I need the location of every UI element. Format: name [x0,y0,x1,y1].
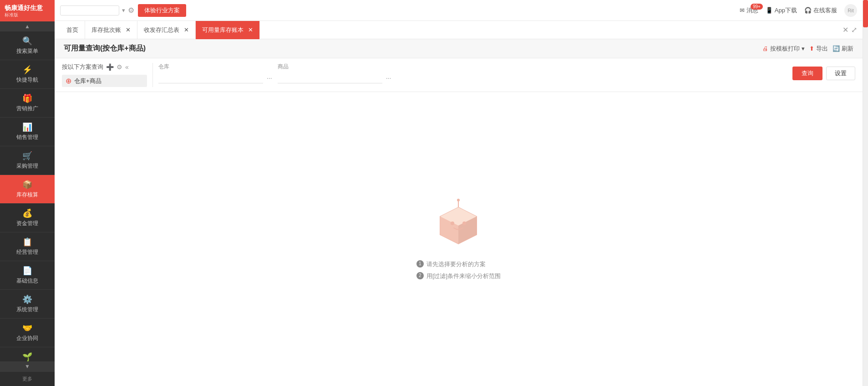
sidebar-item-basic[interactable]: 📄基础信息 [0,261,55,290]
svg-point-7 [457,199,460,201]
sidebar-bottom: 更多 [0,371,55,386]
export-label: 导出 [816,45,828,53]
print-label: 按模板打印 [770,45,800,53]
app-download-button[interactable]: 📱 App下载 [766,6,797,15]
edit-scheme-icon[interactable]: ⚙ [117,63,122,71]
warehouse-input[interactable] [158,72,263,83]
finance-icon: 💰 [22,208,32,218]
query-button[interactable]: 查询 [792,67,822,80]
sidebar-item-ops[interactable]: 📋经营管理 [0,232,55,261]
add-scheme-icon[interactable]: ➕ [106,63,114,71]
marketing-label: 营销推广 [16,105,38,113]
setting-button[interactable]: 设置 [826,67,855,80]
sidebar-item-search[interactable]: 🔍搜索菜单 [0,31,55,60]
sidebar-item-quicknav[interactable]: ⚡快捷导航 [0,60,55,89]
gear-icon[interactable]: ⚙ [128,6,134,15]
headset-icon: 🎧 [804,7,812,14]
phone-icon: 📱 [766,7,773,14]
message-icon: ✉ [740,7,745,14]
expand-tab-button[interactable]: ⤢ [851,26,857,34]
goods-dots-icon[interactable]: ··· [386,74,391,82]
sidebar-item-guide[interactable]: 🌱新手引导 [0,347,55,361]
sidebar: 畅康通好生意 标准版 ▲ 🔍搜索菜单⚡快捷导航🎁营销推广📊销售管理🛒采购管理📦库… [0,0,55,386]
top-header: ▾ ⚙ 体验行业方案 ✉ 消息 99+ 📱 App下载 🎧 在线客服 Rit [55,0,863,21]
sidebar-item-system[interactable]: ⚙️系统管理 [0,290,55,319]
warehouse-dots-icon[interactable]: ··· [267,74,272,82]
filter-area: 按以下方案查询 ➕ ⚙ « ⊕ 仓库+商品 仓库 ··· 商品 [55,58,863,92]
goods-field: 商品 ··· [278,63,391,83]
tab-close-batch[interactable]: ✕ [126,26,131,33]
filter-fields: 仓库 ··· 商品 ··· 查询 设置 [158,63,855,83]
coop-label: 企业协同 [16,335,38,342]
marketing-icon: 🎁 [22,93,32,103]
tab-label-available: 可用量库存账本 [202,26,244,34]
sidebar-scroll-up[interactable]: ▲ [0,21,55,31]
svg-point-5 [462,221,466,225]
ops-label: 经营管理 [16,248,38,256]
goods-input[interactable] [278,72,382,83]
system-icon: ⚙️ [22,294,32,304]
app-download-label: App下载 [775,6,797,15]
sidebar-item-finance[interactable]: 💰资金管理 [0,204,55,232]
scrollbar-thumb[interactable] [863,0,868,27]
tab-close-available[interactable]: ✕ [248,26,253,33]
warehouse-label: 仓库 [158,63,272,71]
tab-close-summary[interactable]: ✕ [184,26,189,33]
export-button[interactable]: ⬆ 导出 [809,45,828,53]
tab-home[interactable]: 首页 [60,21,85,39]
header-search-area: ▾ ⚙ [60,5,134,15]
basic-label: 基础信息 [16,277,38,285]
refresh-label: 刷新 [842,45,853,53]
goods-label: 商品 [278,63,391,71]
industry-button[interactable]: 体验行业方案 [138,4,186,17]
header-search-input[interactable] [60,5,119,15]
tab-label-home: 首页 [66,26,78,34]
tab-available[interactable]: 可用量库存账本✕ [196,21,260,39]
export-icon: ⬆ [809,45,814,52]
printer-icon: 🖨 [762,45,768,52]
tab-label-batch: 库存批次账 [91,26,121,34]
refresh-button[interactable]: 🔄 刷新 [832,45,853,53]
sidebar-item-coop[interactable]: 🤝企业协同 [0,319,55,347]
message-button[interactable]: ✉ 消息 99+ [740,6,758,15]
sidebar-logo: 畅康通好生意 标准版 [0,0,55,21]
page-title: 可用量查询(按仓库+商品) [64,44,146,53]
guide-icon: 🌱 [22,352,32,361]
logo-version: 标准版 [5,12,50,18]
right-scrollbar[interactable] [863,0,868,386]
sidebar-scroll-down[interactable]: ▼ [0,361,55,371]
scheme-item-icon: ⊕ [66,77,71,85]
scheme-item[interactable]: ⊕ 仓库+商品 [62,75,147,87]
tip-1: 1 请先选择要分析的方案 [416,260,501,268]
collapse-icon[interactable]: « [125,63,129,71]
online-service-button[interactable]: 🎧 在线客服 [804,6,837,15]
refresh-icon: 🔄 [832,45,840,52]
sidebar-items: 🔍搜索菜单⚡快捷导航🎁营销推广📊销售管理🛒采购管理📦库存核算💰资金管理📋经营管理… [0,31,55,361]
sales-label: 销售管理 [16,134,38,141]
filter-scheme-panel: 按以下方案查询 ➕ ⚙ « ⊕ 仓库+商品 [62,63,153,87]
main-area: ▾ ⚙ 体验行业方案 ✉ 消息 99+ 📱 App下载 🎧 在线客服 Rit 首… [55,0,863,386]
sidebar-item-marketing[interactable]: 🎁营销推广 [0,89,55,118]
print-chevron-icon[interactable]: ▾ [802,45,805,52]
sales-icon: 📊 [22,122,32,132]
sidebar-bottom-label: 更多 [22,376,32,381]
tab-summary[interactable]: 收发存汇总表✕ [137,21,196,39]
tab-batch[interactable]: 库存批次账✕ [85,21,137,39]
quicknav-label: 快捷导航 [16,76,38,84]
logo-name: 畅康通好生意 [5,4,50,12]
filter-scheme-header: 按以下方案查询 ➕ ⚙ « [62,63,147,71]
chevron-down-icon[interactable]: ▾ [122,7,125,14]
tab-label-summary: 收发存汇总表 [144,26,179,34]
scheme-label: 按以下方案查询 [62,63,103,71]
sidebar-item-inventory[interactable]: 📦库存核算 [0,175,55,204]
inventory-label: 库存核算 [16,191,38,199]
sidebar-item-purchase[interactable]: 🛒采购管理 [0,146,55,175]
empty-state: 1 请先选择要分析的方案 2 用[过滤]条件来缩小分析范围 [416,198,501,280]
warehouse-field-row: ··· [158,72,272,83]
user-avatar[interactable]: Rit [844,4,857,17]
sidebar-item-sales[interactable]: 📊销售管理 [0,118,55,146]
close-tab-button[interactable]: ✕ [843,26,848,34]
print-button[interactable]: 🖨 按模板打印 ▾ [762,45,805,53]
goods-field-row: ··· [278,72,391,83]
svg-point-4 [451,221,454,225]
